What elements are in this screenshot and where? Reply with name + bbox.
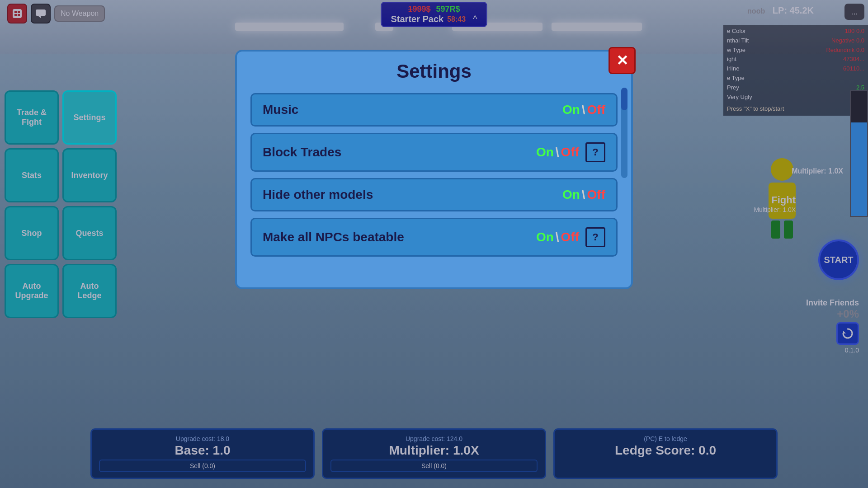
modal-title: Settings xyxy=(250,61,618,82)
toggle-off-block-trades: Off xyxy=(561,145,579,160)
scrollbar-thumb xyxy=(621,88,627,110)
toggle-on-make-npcs: On xyxy=(536,230,554,244)
setting-name-hide-models: Hide other models xyxy=(263,188,373,202)
setting-toggle-music: On \ Off xyxy=(562,103,605,117)
toggle-off-music: Off xyxy=(587,103,605,117)
setting-name-music: Music xyxy=(263,103,298,117)
toggle-on-hide-models: On xyxy=(562,188,580,202)
toggle-on-block-trades: On xyxy=(536,145,554,160)
modal-overlay: Settings ✕ Music On \ Off Block Trades O… xyxy=(0,0,868,488)
setting-row-make-npcs[interactable]: Make all NPCs beatable On \ Off ? xyxy=(250,218,618,257)
toggle-off-hide-models: Off xyxy=(587,188,605,202)
settings-modal: Settings ✕ Music On \ Off Block Trades O… xyxy=(235,50,633,289)
setting-toggle-block-trades: On \ Off ? xyxy=(536,142,605,162)
help-button-make-npcs[interactable]: ? xyxy=(585,227,605,247)
help-button-block-trades[interactable]: ? xyxy=(585,142,605,162)
setting-toggle-make-npcs: On \ Off ? xyxy=(536,227,605,247)
setting-toggle-hide-models: On \ Off xyxy=(562,188,605,202)
scrollbar[interactable] xyxy=(621,88,627,178)
close-button[interactable]: ✕ xyxy=(609,47,636,74)
setting-row-block-trades[interactable]: Block Trades On \ Off ? xyxy=(250,133,618,172)
setting-row-hide-models[interactable]: Hide other models On \ Off xyxy=(250,178,618,211)
setting-row-music[interactable]: Music On \ Off xyxy=(250,93,618,127)
setting-name-block-trades: Block Trades xyxy=(263,145,341,160)
toggle-off-make-npcs: Off xyxy=(561,230,579,244)
toggle-on-music: On xyxy=(562,103,580,117)
setting-name-make-npcs: Make all NPCs beatable xyxy=(263,230,404,244)
